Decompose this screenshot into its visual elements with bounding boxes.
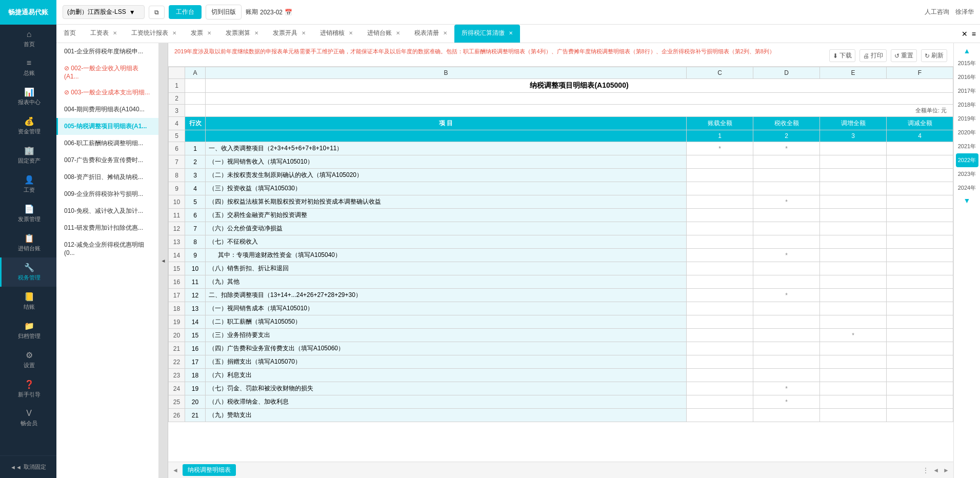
cell-data[interactable] — [687, 155, 753, 169]
year-item-2021[interactable]: 2021年 — [956, 140, 978, 153]
cell-data[interactable] — [887, 289, 953, 302]
year-item-2018[interactable]: 2018年 — [956, 98, 978, 112]
cell-data[interactable]: * — [753, 142, 820, 155]
cell-data[interactable] — [820, 155, 887, 169]
sidebar-item-inout[interactable]: 📋 进销台账 — [0, 228, 56, 257]
cell-data[interactable] — [887, 169, 953, 182]
year-nav-down[interactable]: ▼ — [962, 195, 972, 206]
sidebar-item-settings[interactable]: ⚙ 设置 — [0, 345, 56, 374]
cell-data[interactable] — [687, 382, 753, 395]
year-item-2017[interactable]: 2017年 — [956, 84, 978, 98]
cell-data[interactable] — [687, 409, 753, 422]
sidebar-item-vip[interactable]: V 畅会员 — [0, 404, 56, 432]
sidebar-item-close[interactable]: 📒 结账 — [0, 287, 56, 316]
cell-item[interactable]: （七）不征税收入 — [206, 235, 687, 249]
sidebar-item-report[interactable]: 📊 报表中心 — [0, 82, 56, 111]
cell-data[interactable] — [820, 315, 887, 329]
cell-data[interactable] — [887, 409, 953, 422]
cell-data[interactable] — [687, 222, 753, 235]
cell-data[interactable]: * — [820, 329, 887, 342]
cell-data[interactable] — [887, 395, 953, 409]
left-item-004[interactable]: 004-期间费用明细表(A1040... — [56, 101, 158, 118]
cell-hang[interactable]: 11 — [185, 275, 206, 289]
tab-close-icon[interactable]: ✕ — [302, 30, 306, 36]
tab-payroll-report[interactable]: 工资统计报表 ✕ — [124, 25, 184, 43]
cell-data[interactable] — [687, 169, 753, 182]
cell-item[interactable]: （九）其他 — [206, 275, 687, 289]
left-item-006[interactable]: 006-职工薪酬纳税调整明细... — [56, 135, 158, 152]
cell-item[interactable]: （二）未按权责发生制原则确认的收入（填写A105020） — [206, 169, 687, 182]
cell-data[interactable] — [820, 169, 887, 182]
cell[interactable] — [206, 93, 953, 105]
sidebar-item-archive[interactable]: 📁 归档管理 — [0, 316, 56, 345]
left-item-009[interactable]: 009-企业所得税弥补亏损明... — [56, 186, 158, 203]
collapse-toggle[interactable]: ◄ — [159, 43, 168, 478]
cell[interactable] — [185, 79, 206, 93]
left-item-008[interactable]: 008-资产折旧、摊销及纳税... — [56, 169, 158, 186]
cell-data[interactable] — [820, 275, 887, 289]
cell-data[interactable] — [687, 195, 753, 209]
workspace-button[interactable]: 工作台 — [169, 5, 202, 19]
cell-hang[interactable]: 15 — [185, 329, 206, 342]
cell-data[interactable] — [887, 342, 953, 355]
cell-hang[interactable]: 19 — [185, 382, 206, 395]
tab-invoice-open[interactable]: 发票开具 ✕ — [266, 25, 313, 43]
pin-button[interactable]: ◄◄ 取消固定 — [4, 460, 52, 474]
tab-inout-ledger[interactable]: 进销台账 ✕ — [360, 25, 407, 43]
scroll-left-nav[interactable]: ◄ — [933, 467, 939, 474]
cell-data[interactable] — [887, 262, 953, 275]
cell-data[interactable] — [753, 262, 820, 275]
print-button[interactable]: 🖨 打印 — [859, 49, 887, 62]
cell-hang[interactable]: 10 — [185, 262, 206, 275]
tab-invoice-calc[interactable]: 发票测算 ✕ — [218, 25, 266, 43]
tab-close-icon[interactable]: ✕ — [254, 30, 258, 36]
cell-data[interactable] — [753, 169, 820, 182]
cell-hang[interactable]: 8 — [185, 235, 206, 249]
left-item-011[interactable]: 011-研发费用加计扣除优惠... — [56, 220, 158, 236]
cell-data[interactable] — [687, 235, 753, 249]
cell-data[interactable] — [820, 182, 887, 195]
cell-data[interactable] — [753, 222, 820, 235]
year-item-2015[interactable]: 2015年 — [956, 56, 978, 70]
refresh-button[interactable]: ↻ 刷新 — [921, 49, 947, 62]
cell-data[interactable] — [820, 195, 887, 209]
left-item-010[interactable]: 010-免税、减计收入及加计... — [56, 203, 158, 220]
cell-hang[interactable]: 21 — [185, 409, 206, 422]
cell-data[interactable] — [820, 289, 887, 302]
cell-item[interactable]: （五）交易性金融资产初始投资调整 — [206, 209, 687, 222]
cell-data[interactable] — [753, 302, 820, 315]
cell-hang[interactable]: 14 — [185, 315, 206, 329]
cell-data[interactable] — [820, 235, 887, 249]
left-item-007[interactable]: 007-广告费和业务宣传费时... — [56, 152, 158, 169]
cell-hang[interactable]: 7 — [185, 222, 206, 235]
cell-data[interactable] — [753, 209, 820, 222]
cell-data[interactable] — [687, 249, 753, 262]
cell-data[interactable] — [687, 315, 753, 329]
cell-data[interactable] — [753, 235, 820, 249]
cell-data[interactable] — [687, 355, 753, 369]
cell-hang[interactable]: 17 — [185, 355, 206, 369]
cell-data[interactable] — [887, 209, 953, 222]
cell-hang[interactable]: 1 — [185, 142, 206, 155]
cell-item[interactable]: （九）赞助支出 — [206, 409, 687, 422]
cell-data[interactable] — [687, 289, 753, 302]
tab-income-tax[interactable]: 所得税汇算清缴 ✕ — [454, 25, 520, 43]
cell-data[interactable] — [820, 369, 887, 382]
scroll-left-icon[interactable]: ◄ — [172, 467, 178, 474]
cell-data[interactable] — [820, 342, 887, 355]
cell[interactable] — [185, 105, 206, 117]
year-item-2020[interactable]: 2020年 — [956, 126, 978, 140]
cell-hang[interactable]: 4 — [185, 182, 206, 195]
cell-data[interactable] — [753, 329, 820, 342]
cell-data[interactable] — [887, 142, 953, 155]
left-item-002[interactable]: 002-一般企业收入明细表(A1... — [56, 60, 158, 84]
cell-data[interactable] — [887, 235, 953, 249]
cell-data[interactable] — [687, 182, 753, 195]
tab-inout-check[interactable]: 进销稽核 ✕ — [313, 25, 360, 43]
cell-item[interactable]: （三）业务招待要支出 — [206, 329, 687, 342]
cell-data[interactable] — [753, 409, 820, 422]
bottom-tab-item[interactable]: 纳税调整明细表 — [183, 464, 236, 476]
tab-tax-list[interactable]: 税表清册 ✕ — [407, 25, 454, 43]
year-item-2022[interactable]: 2022年 — [956, 153, 978, 167]
cell-data[interactable] — [753, 182, 820, 195]
